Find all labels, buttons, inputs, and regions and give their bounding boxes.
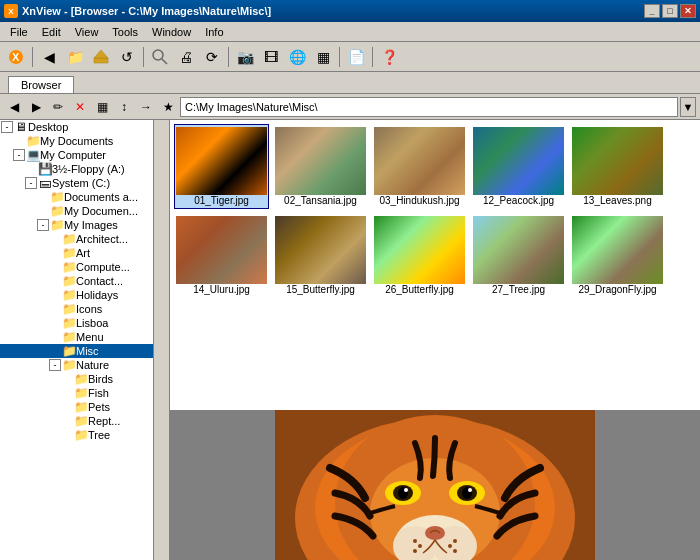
thumbnail-item[interactable]: 02_Tansania.jpg (273, 124, 368, 209)
tree-folder-icon: 📁 (62, 289, 76, 301)
print-button[interactable]: 🖨 (174, 45, 198, 69)
minimize-button[interactable]: _ (644, 4, 660, 18)
camera-button[interactable]: 📷 (233, 45, 257, 69)
globe-button[interactable]: 🌐 (285, 45, 309, 69)
nav-back[interactable]: ◀ (4, 97, 24, 117)
tree-toggle[interactable]: - (25, 177, 37, 189)
tree-item-label: My Documents (40, 135, 113, 147)
tree-toggle[interactable]: - (13, 149, 25, 161)
tree-item[interactable]: 📁Holidays (0, 288, 153, 302)
tree-toggle[interactable] (49, 303, 61, 315)
path-dropdown[interactable]: ▼ (680, 97, 696, 117)
tree-item[interactable]: -📁Nature (0, 358, 153, 372)
title-bar: X XnView - [Browser - C:\My Images\Natur… (0, 0, 700, 22)
tree-toggle[interactable] (49, 247, 61, 259)
tree-toggle[interactable] (49, 345, 61, 357)
tree-item[interactable]: -🖴System (C:) (0, 176, 153, 190)
thumbnail-item[interactable]: 13_Leaves.png (570, 124, 665, 209)
tree-toggle[interactable] (61, 387, 73, 399)
nav-view[interactable]: ▦ (92, 97, 112, 117)
tree-item[interactable]: 📁Pets (0, 400, 153, 414)
tree-item[interactable]: 📁Menu (0, 330, 153, 344)
thumbnail-item[interactable]: 03_Hindukush.jpg (372, 124, 467, 209)
tab-browser[interactable]: Browser (8, 76, 74, 93)
tree-item-label: Documents a... (64, 191, 138, 203)
tree-item[interactable]: 📁Fish (0, 386, 153, 400)
nav-star[interactable]: ★ (158, 97, 178, 117)
search-button[interactable] (148, 45, 172, 69)
thumbnail-item[interactable]: 27_Tree.jpg (471, 213, 566, 298)
tree-toggle[interactable] (49, 261, 61, 273)
refresh-button[interactable]: ↺ (115, 45, 139, 69)
thumbnail-item[interactable]: 01_Tiger.jpg (174, 124, 269, 209)
tree-toggle[interactable] (13, 135, 25, 147)
thumb-grid: 01_Tiger.jpg02_Tansania.jpg03_Hindukush.… (174, 124, 696, 298)
rotate-button[interactable]: ⟳ (200, 45, 224, 69)
tree-item[interactable]: 📁Architect... (0, 232, 153, 246)
tree-folder-icon: 📁 (74, 373, 88, 385)
tree-toggle[interactable]: - (1, 121, 13, 133)
doc-button[interactable]: 📄 (344, 45, 368, 69)
close-button[interactable]: ✕ (680, 4, 696, 18)
tree-toggle[interactable] (49, 275, 61, 287)
up-button[interactable] (89, 45, 113, 69)
tree-item[interactable]: 📁My Documen... (0, 204, 153, 218)
nav-edit[interactable]: ✏ (48, 97, 68, 117)
tree-toggle[interactable] (25, 163, 37, 175)
tree-item[interactable]: 📁Tree (0, 428, 153, 442)
path-input[interactable]: C:\My Images\Nature\Misc\ (180, 97, 678, 117)
tree-toggle[interactable] (37, 191, 49, 203)
nav-delete[interactable]: ✕ (70, 97, 90, 117)
nav-sort[interactable]: ↕ (114, 97, 134, 117)
thumbnail-item[interactable]: 15_Butterfly.jpg (273, 213, 368, 298)
tree-item[interactable]: 📁Compute... (0, 260, 153, 274)
tree-toggle[interactable]: - (37, 219, 49, 231)
tree-item[interactable]: -💻My Computer (0, 148, 153, 162)
tree-toggle[interactable]: - (49, 359, 61, 371)
menu-file[interactable]: File (4, 24, 34, 40)
menu-view[interactable]: View (69, 24, 105, 40)
back-button[interactable]: ◀ (37, 45, 61, 69)
tree-item[interactable]: 📁Misc (0, 344, 153, 358)
thumbnail-item[interactable]: 12_Peacock.jpg (471, 124, 566, 209)
tree-toggle[interactable] (61, 415, 73, 427)
tree-toggle[interactable] (61, 429, 73, 441)
thumbnail-item[interactable]: 14_Uluru.jpg (174, 213, 269, 298)
tree-item[interactable]: 📁Lisboa (0, 316, 153, 330)
tree-toggle[interactable] (49, 289, 61, 301)
tree-item[interactable]: 📁Icons (0, 302, 153, 316)
tree-item[interactable]: 💾3½-Floppy (A:) (0, 162, 153, 176)
thumbnail-item[interactable]: 29_DragonFly.jpg (570, 213, 665, 298)
thumbnail-item[interactable]: 26_Butterfly.jpg (372, 213, 467, 298)
tree-item[interactable]: 📁My Documents (0, 134, 153, 148)
tree-toggle[interactable] (49, 331, 61, 343)
menu-edit[interactable]: Edit (36, 24, 67, 40)
tree-item-label: Icons (76, 303, 102, 315)
menu-window[interactable]: Window (146, 24, 197, 40)
menu-info[interactable]: Info (199, 24, 229, 40)
film-button[interactable]: 🎞 (259, 45, 283, 69)
tree-folder-icon: 📁 (62, 359, 76, 371)
menu-tools[interactable]: Tools (106, 24, 144, 40)
help-button[interactable]: ❓ (377, 45, 401, 69)
tree-toggle[interactable] (37, 205, 49, 217)
tree-item[interactable]: -📁My Images (0, 218, 153, 232)
maximize-button[interactable]: □ (662, 4, 678, 18)
tree-toggle[interactable] (49, 317, 61, 329)
nav-forward[interactable]: ▶ (26, 97, 46, 117)
folder-button[interactable]: 📁 (63, 45, 87, 69)
tree-folder-icon: 🖴 (38, 177, 52, 189)
tree-item[interactable]: 📁Rept... (0, 414, 153, 428)
tree-item[interactable]: -🖥Desktop (0, 120, 153, 134)
tree-item[interactable]: 📁Contact... (0, 274, 153, 288)
tree-item[interactable]: 📁Documents a... (0, 190, 153, 204)
tree-item[interactable]: 📁Birds (0, 372, 153, 386)
tree-folder-icon: 📁 (74, 429, 88, 441)
tree-item[interactable]: 📁Art (0, 246, 153, 260)
tree-toggle[interactable] (61, 373, 73, 385)
tree-toggle[interactable] (49, 233, 61, 245)
tree-folder-icon: 📁 (62, 261, 76, 273)
nav-arrow[interactable]: → (136, 97, 156, 117)
tree-toggle[interactable] (61, 401, 73, 413)
grid-button[interactable]: ▦ (311, 45, 335, 69)
